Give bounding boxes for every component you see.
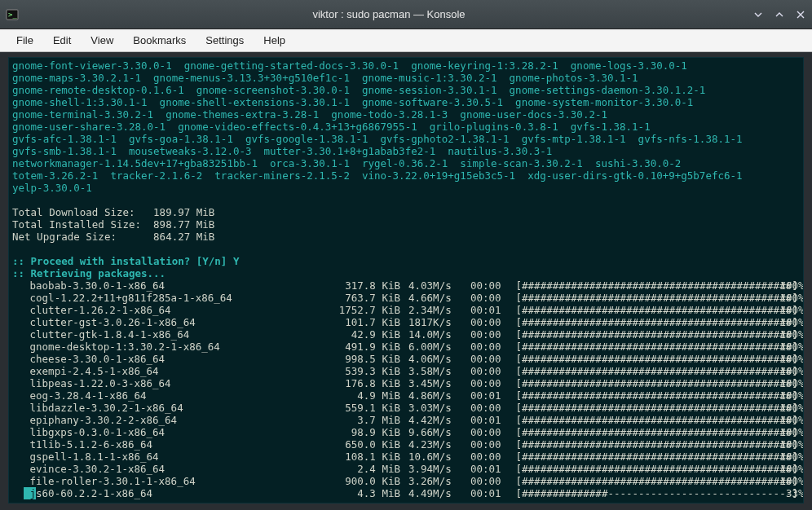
download-time: 00:00 (470, 279, 510, 292)
package-list-line: gnome-remote-desktop-0.1.6-1 gnome-scree… (9, 84, 803, 96)
download-size: 539.3 KiB (322, 365, 400, 377)
download-speed: 4.66M/s (400, 292, 470, 304)
download-progress-bar: [#######################################… (516, 316, 772, 328)
download-speed: 2.34M/s (400, 304, 470, 316)
package-list-line: gnome-maps-3.30.2.1-1 gnome-menus-3.13.3… (9, 72, 803, 84)
net-upgrade: Net Upgrade Size: 864.27 MiB (9, 231, 803, 243)
download-size: 1752.7 KiB (322, 304, 400, 316)
download-progress-bar: [#######################################… (516, 377, 772, 389)
download-speed: 3.94M/s (400, 463, 470, 475)
download-row: libgxps-0.3.0-1-x86_6498.9 KiB9.66M/s00:… (9, 426, 803, 438)
download-row: clutter-gtk-1.8.4-1-x86_6442.9 KiB14.0M/… (9, 328, 803, 341)
download-progress-bar: [#######################################… (516, 389, 772, 402)
maximize-button[interactable] (773, 8, 786, 21)
package-list-line: totem-3.26.2-1 tracker-2.1.6-2 tracker-m… (9, 169, 803, 182)
download-row: eog-3.28.4-1-x86_644.9 MiB4.86M/s00:01 [… (9, 389, 803, 402)
download-size: 900.0 KiB (322, 475, 400, 487)
download-progress-bar: [#######################################… (516, 292, 772, 304)
download-name: libdazzle-3.30.2-1-x86_64 (12, 402, 322, 414)
download-name: clutter-gst-3.0.26-1-x86_64 (12, 316, 322, 328)
menu-help[interactable]: Help (255, 31, 293, 50)
download-percent: 100% (772, 304, 804, 316)
download-row: baobab-3.30.0-1-x86_64317.8 KiB4.03M/s00… (9, 279, 803, 292)
download-size: 108.1 KiB (322, 451, 400, 463)
download-speed: 3.58M/s (400, 365, 470, 377)
download-progress-bar: [#######################################… (516, 414, 772, 426)
download-size: 559.1 KiB (322, 402, 400, 414)
download-percent: 100% (772, 389, 804, 402)
titlebar: >_ viktor : sudo pacman — Konsole (0, 0, 812, 29)
download-row: evince-3.30.2-1-x86_642.4 MiB3.94M/s00:0… (9, 463, 803, 475)
download-size: 4.9 MiB (322, 389, 400, 402)
download-row: exempi-2.4.5-1-x86_64539.3 KiB3.58M/s00:… (9, 365, 803, 377)
download-size: 650.0 KiB (322, 438, 400, 451)
download-progress-bar: [#######################################… (516, 475, 772, 487)
download-size: 3.7 MiB (322, 414, 400, 426)
download-name: gnome-desktop-1:3.30.2-1-x86_64 (12, 341, 322, 353)
blank-line (9, 194, 803, 206)
retrieving-line: :: Retrieving packages... (9, 267, 803, 279)
download-time: 00:00 (470, 365, 510, 377)
download-size: 101.7 KiB (322, 316, 400, 328)
download-speed: 4.49M/s (400, 487, 470, 499)
download-speed: 9.66M/s (400, 426, 470, 438)
download-time: 00:01 (470, 463, 510, 475)
download-speed: 4.23M/s (400, 438, 470, 451)
download-progress-bar: [#######################################… (516, 353, 772, 365)
download-percent: 100% (772, 279, 804, 292)
download-time: 00:01 (470, 389, 510, 402)
menu-bookmarks[interactable]: Bookmarks (125, 31, 194, 50)
download-row: js60-60.2.2-1-x86_644.3 MiB4.49M/s00:01 … (9, 487, 803, 499)
download-time: 00:00 (470, 451, 510, 463)
download-row: gnome-desktop-1:3.30.2-1-x86_64491.9 KiB… (9, 341, 803, 353)
total-download: Total Download Size: 189.97 MiB (9, 206, 803, 218)
download-name: libgxps-0.3.0-1-x86_64 (12, 426, 322, 438)
download-row: file-roller-3.30.1-1-x86_64900.0 KiB3.26… (9, 475, 803, 487)
menubar: File Edit View Bookmarks Settings Help (0, 29, 812, 52)
package-list-line: gnome-terminal-3.30.2-1 gnome-themes-ext… (9, 108, 803, 121)
svg-text:>_: >_ (8, 11, 17, 19)
window-title: viktor : sudo pacman — Konsole (26, 8, 752, 20)
download-size: 4.3 MiB (322, 487, 400, 499)
download-speed: 10.6M/s (400, 451, 470, 463)
download-name: t1lib-5.1.2-6-x86_64 (12, 438, 322, 451)
download-percent: 100% (772, 377, 804, 389)
menu-file[interactable]: File (8, 31, 42, 50)
download-percent: 100% (772, 402, 804, 414)
download-percent: 100% (772, 292, 804, 304)
download-name: js60-60.2.2-1-x86_64 (12, 487, 322, 499)
package-list-line: yelp-3.30.0-1 (9, 182, 803, 194)
close-button[interactable] (794, 8, 807, 21)
download-percent: 33% (772, 487, 804, 499)
download-name: epiphany-3.30.2-2-x86_64 (12, 414, 322, 426)
download-speed: 3.26M/s (400, 475, 470, 487)
download-size: 491.9 KiB (322, 341, 400, 353)
package-list-line: gnome-shell-1:3.30.1-1 gnome-shell-exten… (9, 96, 803, 108)
download-progress-bar: [#######################################… (516, 402, 772, 414)
download-time: 00:01 (470, 304, 510, 316)
download-percent: 100% (772, 365, 804, 377)
download-progress-bar: [#######################################… (516, 463, 772, 475)
download-progress-bar: [#######################################… (516, 279, 772, 292)
download-time: 00:00 (470, 292, 510, 304)
download-name: cogl-1.22.2+11+g811f285a-1-x86_64 (12, 292, 322, 304)
menu-view[interactable]: View (82, 31, 121, 50)
proceed-prompt: :: Proceed with installation? [Y/n] Y (9, 255, 803, 267)
download-name: evince-3.30.2-1-x86_64 (12, 463, 322, 475)
download-name: gspell-1.8.1-1-x86_64 (12, 451, 322, 463)
terminal-output[interactable]: gnome-font-viewer-3.30.0-1 gnome-getting… (8, 57, 804, 503)
download-progress-bar: [#######################################… (516, 426, 772, 438)
download-speed: 4.06M/s (400, 353, 470, 365)
download-percent: 100% (772, 463, 804, 475)
menu-settings[interactable]: Settings (197, 31, 252, 50)
download-progress-bar: [#######################################… (516, 438, 772, 451)
minimize-button[interactable] (752, 8, 765, 21)
download-speed: 4.03M/s (400, 279, 470, 292)
download-name: clutter-gtk-1.8.4-1-x86_64 (12, 328, 322, 341)
download-percent: 100% (772, 353, 804, 365)
download-size: 763.7 KiB (322, 292, 400, 304)
download-time: 00:00 (470, 426, 510, 438)
download-name: eog-3.28.4-1-x86_64 (12, 389, 322, 402)
download-progress-bar: [#######################################… (516, 304, 772, 316)
menu-edit[interactable]: Edit (45, 31, 79, 50)
